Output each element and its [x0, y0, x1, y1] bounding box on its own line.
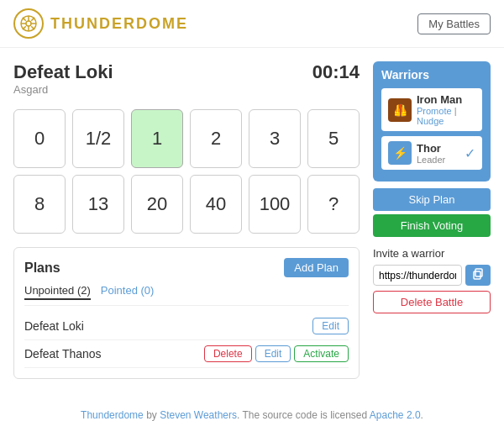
- warrior-tags: Leader: [417, 155, 459, 165]
- card-grid: 01/212358132040100?: [13, 109, 360, 234]
- logo-text: THUNDERDOME: [50, 15, 188, 33]
- plan-actions: Edit: [312, 318, 349, 334]
- vote-card[interactable]: 2: [190, 109, 242, 168]
- finish-voting-button[interactable]: Finish Voting: [373, 214, 491, 237]
- skip-plan-button[interactable]: Skip Plan: [373, 188, 491, 211]
- delete-plan-button[interactable]: Delete: [204, 345, 252, 362]
- invite-url-input[interactable]: [373, 265, 462, 286]
- vote-card[interactable]: 3: [249, 109, 301, 168]
- warrior-name: Iron Man: [417, 93, 475, 106]
- warrior-voted-icon: ✓: [465, 145, 475, 161]
- plans-title: Plans: [24, 260, 60, 276]
- invite-section: Invite a warrior Delete Battle: [373, 247, 491, 313]
- plan-name: Defeat Thanos: [24, 347, 102, 360]
- vote-card[interactable]: 100: [249, 175, 301, 234]
- delete-battle-button[interactable]: Delete Battle: [373, 291, 491, 313]
- vote-card[interactable]: 20: [131, 175, 183, 234]
- invite-row: [373, 265, 491, 286]
- vote-card[interactable]: 5: [307, 109, 360, 168]
- timer: 00:14: [312, 61, 360, 83]
- invite-title: Invite a warrior: [373, 247, 491, 260]
- footer-author-link[interactable]: Steven Weathers: [160, 409, 237, 421]
- add-plan-button[interactable]: Add Plan: [284, 258, 349, 277]
- warrior-avatar: ⚡: [388, 141, 412, 165]
- battle-header: Defeat Loki Asgard 00:14: [13, 61, 360, 106]
- my-battles-button[interactable]: My Battles: [417, 13, 491, 34]
- main-content: Defeat Loki Asgard 00:14 01/212358132040…: [0, 48, 504, 392]
- battle-info: Defeat Loki Asgard: [13, 61, 113, 106]
- warrior-tags: Promote | Nudge: [417, 106, 475, 126]
- battle-subtitle: Asgard: [13, 83, 113, 96]
- footer-license-link[interactable]: Apache 2.0: [370, 409, 421, 421]
- plan-items: Defeat LokiEditDefeat ThanosDeleteEditAc…: [24, 313, 349, 368]
- warrior-avatar: 🦺: [388, 98, 412, 122]
- warrior-list: 🦺Iron ManPromote | Nudge⚡ThorLeader✓: [381, 88, 482, 170]
- vote-card[interactable]: 8: [13, 175, 66, 234]
- plans-header: Plans Add Plan: [24, 258, 349, 277]
- footer-thunderdome-link[interactable]: Thunderdome: [81, 409, 144, 421]
- battle-title: Defeat Loki: [13, 61, 113, 83]
- left-panel: Defeat Loki Asgard 00:14 01/212358132040…: [13, 61, 360, 379]
- warrior-info: Iron ManPromote | Nudge: [417, 93, 475, 126]
- vote-card[interactable]: 1/2: [72, 109, 124, 168]
- plan-item: Defeat LokiEdit: [24, 313, 349, 340]
- copy-invite-button[interactable]: [465, 265, 491, 286]
- plans-section: Plans Add Plan Unpointed (2)Pointed (0) …: [13, 247, 360, 379]
- plans-tabs: Unpointed (2)Pointed (0): [24, 284, 349, 306]
- logo: THUNDERDOME: [13, 8, 188, 39]
- svg-rect-11: [475, 269, 482, 276]
- warrior-name: Thor: [417, 142, 459, 155]
- warriors-panel: Warriors 🦺Iron ManPromote | Nudge⚡ThorLe…: [373, 61, 491, 182]
- logo-circle: [13, 8, 44, 39]
- warrior-item: 🦺Iron ManPromote | Nudge: [381, 88, 482, 131]
- svg-point-1: [26, 21, 31, 26]
- warrior-item: ⚡ThorLeader✓: [381, 136, 482, 170]
- footer-line1: Thunderdome by Steven Weathers. The sour…: [10, 409, 494, 421]
- vote-card[interactable]: 1: [131, 109, 183, 168]
- warriors-title: Warriors: [381, 68, 482, 82]
- vote-card[interactable]: 0: [13, 109, 66, 168]
- vote-card[interactable]: 13: [72, 175, 124, 234]
- plan-tab[interactable]: Pointed (0): [101, 284, 155, 300]
- activate-plan-button[interactable]: Activate: [294, 345, 349, 362]
- right-panel: Warriors 🦺Iron ManPromote | Nudge⚡ThorLe…: [373, 61, 491, 379]
- vote-card[interactable]: 40: [190, 175, 242, 234]
- plan-tab[interactable]: Unpointed (2): [24, 284, 91, 300]
- vote-card[interactable]: ?: [307, 175, 360, 234]
- edit-plan-button[interactable]: Edit: [255, 345, 291, 362]
- plan-item: Defeat ThanosDeleteEditActivate: [24, 340, 349, 368]
- warrior-info: ThorLeader: [417, 142, 459, 165]
- copy-icon: [472, 268, 484, 280]
- footer: Thunderdome by Steven Weathers. The sour…: [0, 399, 504, 421]
- logo-icon: [19, 14, 38, 33]
- edit-plan-button[interactable]: Edit: [312, 318, 349, 334]
- plan-actions: DeleteEditActivate: [204, 345, 349, 362]
- svg-rect-10: [474, 271, 480, 279]
- header: THUNDERDOME My Battles: [0, 0, 504, 48]
- plan-name: Defeat Loki: [24, 319, 84, 333]
